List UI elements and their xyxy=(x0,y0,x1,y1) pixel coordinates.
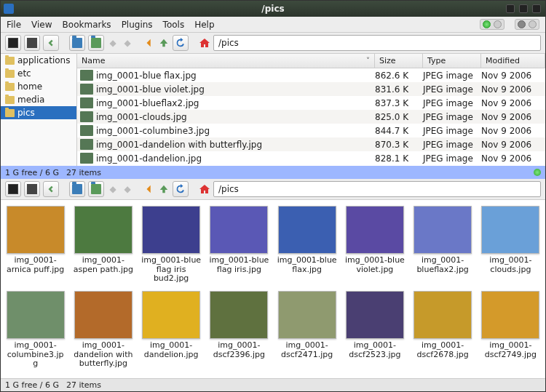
col-size[interactable]: Size xyxy=(375,54,423,68)
history-fwd-icon[interactable]: ◆ xyxy=(122,35,133,51)
sidebar-item-etc[interactable]: etc xyxy=(1,67,76,80)
up-button[interactable] xyxy=(158,35,170,51)
folder-icon xyxy=(5,70,15,78)
thumbnail-item[interactable]: img_0001-arnica puff.jpg xyxy=(5,206,66,284)
nav-back-icon-2[interactable] xyxy=(143,181,155,197)
terminal-button[interactable] xyxy=(24,35,40,51)
home-button-2[interactable] xyxy=(199,181,210,197)
bookmark-button[interactable] xyxy=(88,35,104,51)
thumbnail-item[interactable]: img_0001-columbine3.jpg xyxy=(5,291,66,369)
thumbnail-icon xyxy=(80,84,93,95)
home-button[interactable] xyxy=(199,35,210,51)
thumbnail-item[interactable]: img_0001-blue flag iris.jpg xyxy=(209,206,269,284)
toolbar-bottom: ◆ ◆ /pics xyxy=(1,179,545,200)
thumbnail-caption: img_0001-dscf2471.jpg xyxy=(277,341,337,359)
col-modified[interactable]: Modified xyxy=(481,54,545,68)
thumbnail-pane[interactable]: img_0001-arnica puff.jpgimg_0001-aspen p… xyxy=(1,200,545,378)
open-button[interactable] xyxy=(69,35,85,51)
thumbnail-caption: img_0001-blue violet.jpg xyxy=(344,256,405,274)
folder-icon xyxy=(5,57,15,65)
menu-file[interactable]: File xyxy=(7,20,21,30)
thumbnail-caption: img_0001-aspen path.jpg xyxy=(73,256,133,274)
thumbnail-item[interactable]: img_0001-dscf2749.jpg xyxy=(480,291,541,369)
new-tab-button[interactable] xyxy=(5,35,21,51)
maximize-button[interactable] xyxy=(519,4,528,13)
open-button-2[interactable] xyxy=(69,181,85,197)
menu-tools[interactable]: Tools xyxy=(163,20,185,30)
menu-bookmarks[interactable]: Bookmarks xyxy=(63,20,111,30)
thumbnail-item[interactable]: img_0001-dscf2678.jpg xyxy=(413,291,473,369)
list-body[interactable]: img_0001-blue flax.jpg862.6 KJPEG imageN… xyxy=(77,68,545,166)
thumbnail-image xyxy=(210,206,268,254)
file-size: 831.6 K xyxy=(375,84,423,95)
table-row[interactable]: img_0001-columbine3.jpg844.7 KJPEG image… xyxy=(77,124,545,137)
thumbnail-item[interactable]: img_0001-blue violet.jpg xyxy=(344,206,405,284)
table-row[interactable]: img_0001-dandelion.jpg828.1 KJPEG imageN… xyxy=(77,151,545,165)
up-button-2[interactable] xyxy=(158,181,170,197)
status-items-2: 27 items xyxy=(66,380,101,390)
thumbnail-item[interactable]: img_0001-blue flag iris bud2.jpg xyxy=(141,206,202,284)
thumbnail-item[interactable]: img_0001-dscf2523.jpg xyxy=(344,291,405,369)
sidebar-item-label: applications xyxy=(17,55,70,65)
thumbnail-caption: img_0001-arnica puff.jpg xyxy=(5,256,66,274)
sidebar-item-label: media xyxy=(17,95,44,105)
sidebar-item-media[interactable]: media xyxy=(1,93,76,106)
table-row[interactable]: img_0001-blue flax.jpg862.6 KJPEG imageN… xyxy=(77,68,545,82)
thumbnail-item[interactable]: img_0001-aspen path.jpg xyxy=(73,206,133,284)
close-button[interactable] xyxy=(532,4,541,13)
menu-plugins[interactable]: Plugins xyxy=(122,20,153,30)
refresh-button[interactable] xyxy=(173,35,189,51)
history-back-icon-2[interactable]: ◆ xyxy=(107,181,119,197)
table-row[interactable]: img_0001-dandelion with butterfly.jpg870… xyxy=(77,137,545,151)
address-text: /pics xyxy=(218,38,239,48)
thumbnail-item[interactable]: img_0001-blueflax2.jpg xyxy=(413,206,473,284)
thumbnail-image xyxy=(142,206,200,254)
thumbnail-image xyxy=(414,206,472,254)
panel-led-bottom[interactable] xyxy=(515,19,539,30)
status-free: 1 G free / 6 G xyxy=(5,168,59,177)
col-type[interactable]: Type xyxy=(423,54,481,68)
sidebar-item-applications[interactable]: applications xyxy=(1,54,76,67)
history-back-icon[interactable]: ◆ xyxy=(107,35,119,51)
list-pane: Name˅ Size Type Modified img_0001-blue f… xyxy=(77,54,545,166)
back-button[interactable] xyxy=(43,35,59,51)
nav-back-icon[interactable] xyxy=(143,35,155,51)
address-bar-2[interactable]: /pics xyxy=(213,181,541,197)
sidebar-item-home[interactable]: home xyxy=(1,80,76,93)
address-bar[interactable]: /pics xyxy=(213,35,541,51)
col-name[interactable]: Name˅ xyxy=(77,54,375,68)
thumbnail-image xyxy=(7,206,65,254)
menu-help[interactable]: Help xyxy=(194,20,214,30)
back-button-2[interactable] xyxy=(43,181,59,197)
thumbnail-caption: img_0001-clouds.jpg xyxy=(480,256,541,274)
list-header: Name˅ Size Type Modified xyxy=(77,54,545,68)
menu-view[interactable]: View xyxy=(31,20,52,30)
file-modified: Nov 9 2006 xyxy=(481,126,545,136)
thumbnail-image xyxy=(7,291,65,339)
thumbnail-item[interactable]: img_0001-dscf2396.jpg xyxy=(209,291,269,369)
terminal-button-2[interactable] xyxy=(24,181,40,197)
thumbnail-icon xyxy=(80,97,93,108)
thumbnail-caption: img_0001-blueflax2.jpg xyxy=(413,256,473,274)
table-row[interactable]: img_0001-clouds.jpg825.0 KJPEG imageNov … xyxy=(77,110,545,124)
table-row[interactable]: img_0001-blue violet.jpg831.6 KJPEG imag… xyxy=(77,82,545,96)
history-fwd-icon-2[interactable]: ◆ xyxy=(122,181,133,197)
bookmark-button-2[interactable] xyxy=(88,181,104,197)
panel-led-top[interactable] xyxy=(480,19,505,30)
thumbnail-item[interactable]: img_0001-dandelion with butterfly.jpg xyxy=(73,291,133,369)
thumbnail-item[interactable]: img_0001-clouds.jpg xyxy=(480,206,541,284)
thumbnail-icon xyxy=(80,153,93,164)
thumbnail-item[interactable]: img_0001-dscf2471.jpg xyxy=(277,291,337,369)
file-name: img_0001-dandelion with butterfly.jpg xyxy=(96,140,375,150)
thumbnail-item[interactable]: img_0001-blue flax.jpg xyxy=(277,206,337,284)
table-row[interactable]: img_0001-blueflax2.jpg837.3 KJPEG imageN… xyxy=(77,96,545,110)
refresh-button-2[interactable] xyxy=(173,181,189,197)
menubar: File View Bookmarks Plugins Tools Help xyxy=(1,17,545,33)
sidebar-item-pics[interactable]: pics xyxy=(1,106,76,119)
window-title: /pics xyxy=(261,4,284,14)
thumbnail-item[interactable]: img_0001-dandelion.jpg xyxy=(141,291,202,369)
new-tab-button-2[interactable] xyxy=(5,181,21,197)
thumbnail-image xyxy=(74,206,132,254)
sidebar: applicationsetchomemediapics xyxy=(1,54,77,166)
minimize-button[interactable] xyxy=(506,4,515,13)
